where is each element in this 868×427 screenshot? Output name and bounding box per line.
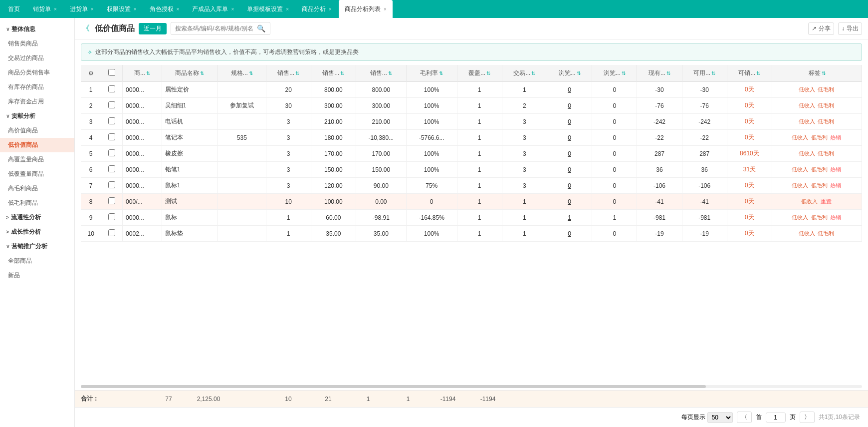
sidebar-group-marketing[interactable]: ∨ 营销推广分析 xyxy=(0,239,74,254)
close-icon[interactable]: × xyxy=(286,6,289,12)
row-sale-cost: 210.00 xyxy=(356,114,406,130)
sidebar-item-high-value[interactable]: 高价值商品 xyxy=(0,123,74,138)
row-select-checkbox[interactable] xyxy=(108,213,115,220)
close-icon[interactable]: × xyxy=(91,6,94,12)
nav-product-stock[interactable]: 产成品入库单 × xyxy=(186,0,240,18)
sidebar-item-high-coverage[interactable]: 高覆盖量商品 xyxy=(0,152,74,167)
row-select-checkbox[interactable] xyxy=(108,197,115,204)
col-checkbox[interactable] xyxy=(101,65,123,82)
browse1-link[interactable]: 0 xyxy=(568,102,571,109)
page-number-input[interactable] xyxy=(766,413,786,423)
nav-product-analysis-list[interactable]: 商品分析列表 × xyxy=(339,0,393,18)
row-days: 0天 xyxy=(727,98,772,114)
browse1-link[interactable]: 0 xyxy=(568,86,571,93)
row-browse1[interactable]: 1 xyxy=(547,210,592,226)
row-browse1[interactable]: 0 xyxy=(547,162,592,178)
row-margin: 75% xyxy=(406,178,457,194)
close-icon[interactable]: × xyxy=(329,6,332,12)
horizontal-scrollbar[interactable] xyxy=(81,385,862,388)
row-browse2: 0 xyxy=(592,194,637,210)
sidebar-item-stocked-goods[interactable]: 有库存的商品 xyxy=(0,80,74,94)
row-browse1[interactable]: 0 xyxy=(547,130,592,146)
row-select-checkbox[interactable] xyxy=(108,229,115,236)
row-code: 000/... xyxy=(123,194,162,210)
close-icon[interactable]: × xyxy=(384,6,387,12)
sidebar-item-all-goods[interactable]: 全部商品 xyxy=(0,254,74,268)
row-checkbox[interactable] xyxy=(101,146,123,162)
search-icon[interactable]: 🔍 xyxy=(257,24,265,32)
row-browse1[interactable]: 0 xyxy=(547,178,592,194)
row-sale-amount: 120.00 xyxy=(311,178,356,194)
sidebar-item-low-margin[interactable]: 低毛利商品 xyxy=(0,196,74,210)
nav-sales[interactable]: 销货单 × xyxy=(27,0,63,18)
browse1-link[interactable]: 1 xyxy=(568,214,571,221)
share-button[interactable]: ↗ 分享 xyxy=(808,22,834,35)
search-input[interactable] xyxy=(175,25,255,32)
row-checkbox[interactable] xyxy=(101,226,123,242)
nav-permissions[interactable]: 权限设置 × xyxy=(101,0,143,18)
sidebar-group-growth[interactable]: > 成长性分析 xyxy=(0,225,74,239)
nav-home[interactable]: 首页 xyxy=(2,0,26,18)
row-browse1[interactable]: 0 xyxy=(547,114,592,130)
sidebar-item-low-value[interactable]: 低价值商品 xyxy=(0,138,74,152)
select-all-checkbox[interactable] xyxy=(108,69,115,76)
row-select-checkbox[interactable] xyxy=(108,133,115,140)
row-margin: 100% xyxy=(406,82,457,98)
browse1-link[interactable]: 0 xyxy=(568,198,571,205)
filter-recent-month-button[interactable]: 近一月 xyxy=(139,23,167,34)
nav-purchase[interactable]: 进货单 × xyxy=(64,0,100,18)
scrollbar-thumb[interactable] xyxy=(81,385,706,388)
first-page-button[interactable]: 〈 xyxy=(737,412,752,423)
row-checkbox[interactable] xyxy=(101,162,123,178)
share-icon: ↗ xyxy=(812,25,817,32)
row-browse1[interactable]: 0 xyxy=(547,146,592,162)
row-checkbox[interactable] xyxy=(101,130,123,146)
browse1-link[interactable]: 0 xyxy=(568,118,571,125)
row-checkbox[interactable] xyxy=(101,210,123,226)
sidebar-group-circulation[interactable]: > 流通性分析 xyxy=(0,210,74,225)
tag-badge: 低毛利 xyxy=(811,134,828,140)
sidebar-item-sales-goods[interactable]: 销售类商品 xyxy=(0,36,74,51)
nav-template[interactable]: 单据模板设置 × xyxy=(241,0,295,18)
export-button[interactable]: ↓ 导出 xyxy=(838,22,862,35)
row-checkbox[interactable] xyxy=(101,98,123,114)
next-page-button[interactable]: 〉 xyxy=(800,412,815,423)
row-select-checkbox[interactable] xyxy=(108,101,115,108)
browse1-link[interactable]: 0 xyxy=(568,166,571,173)
row-select-checkbox[interactable] xyxy=(108,85,115,92)
browse1-link[interactable]: 0 xyxy=(568,230,571,237)
row-select-checkbox[interactable] xyxy=(108,117,115,124)
sidebar-item-new-goods[interactable]: 新品 xyxy=(0,268,74,283)
browse1-link[interactable]: 0 xyxy=(568,182,571,189)
row-checkbox[interactable] xyxy=(101,82,123,98)
browse1-link[interactable]: 0 xyxy=(568,150,571,157)
row-browse1[interactable]: 0 xyxy=(547,82,592,98)
sidebar-group-contribution[interactable]: ∨ 贡献分析 xyxy=(0,109,74,123)
row-checkbox[interactable] xyxy=(101,194,123,210)
per-page-select[interactable]: 50 100 200 xyxy=(707,412,733,423)
row-select-checkbox[interactable] xyxy=(108,181,115,188)
sidebar-item-stock-fund[interactable]: 库存资金占用 xyxy=(0,94,74,109)
row-checkbox[interactable] xyxy=(101,114,123,130)
close-icon[interactable]: × xyxy=(54,6,57,12)
sidebar-item-traded-goods[interactable]: 交易过的商品 xyxy=(0,51,74,65)
table-row: 10 0002... 鼠标垫 1 35.00 35.00 100% 1 1 0 … xyxy=(81,226,862,242)
nav-product-analysis[interactable]: 商品分析 × xyxy=(296,0,338,18)
collapse-sidebar-button[interactable]: 《 xyxy=(81,22,91,35)
nav-roles[interactable]: 角色授权 × xyxy=(144,0,186,18)
row-select-checkbox[interactable] xyxy=(108,149,115,156)
col-settings[interactable]: ⚙ xyxy=(81,65,101,82)
browse1-link[interactable]: 0 xyxy=(568,134,571,141)
row-browse1[interactable]: 0 xyxy=(547,226,592,242)
sidebar-item-high-margin[interactable]: 高毛利商品 xyxy=(0,181,74,196)
sidebar-group-overall[interactable]: ∨ 整体信息 xyxy=(0,22,74,36)
sidebar-item-category-sales-rate[interactable]: 商品分类销售率 xyxy=(0,65,74,80)
row-browse1[interactable]: 0 xyxy=(547,194,592,210)
row-checkbox[interactable] xyxy=(101,178,123,194)
close-icon[interactable]: × xyxy=(231,6,234,12)
row-browse1[interactable]: 0 xyxy=(547,98,592,114)
row-select-checkbox[interactable] xyxy=(108,165,115,172)
close-icon[interactable]: × xyxy=(177,6,180,12)
close-icon[interactable]: × xyxy=(134,6,137,12)
sidebar-item-low-coverage[interactable]: 低覆盖量商品 xyxy=(0,167,74,181)
